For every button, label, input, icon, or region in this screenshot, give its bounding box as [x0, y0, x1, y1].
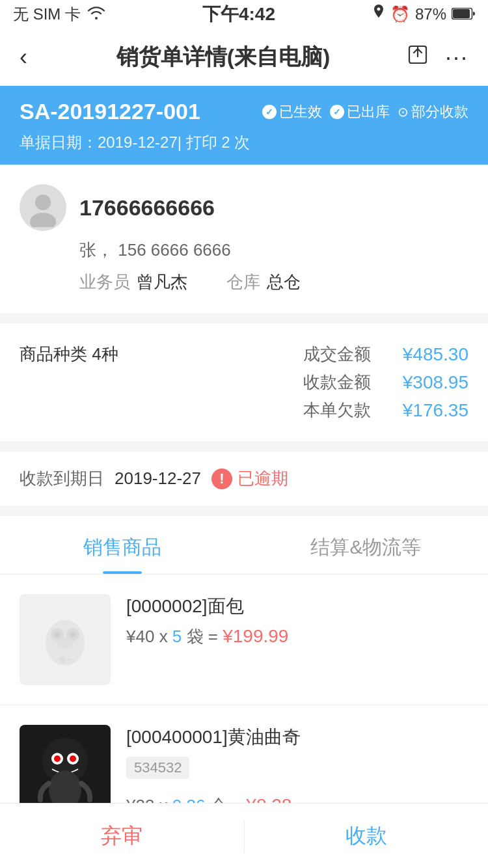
status-tag-shipped: ✓ 已出库	[330, 102, 390, 122]
product-qty-1: 5	[172, 627, 182, 646]
summary-section: 商品种类 4种 成交金额 ¥485.30 收款金额 ¥308.95 本单欠款 ¥…	[0, 323, 488, 441]
share-icon[interactable]	[406, 43, 429, 71]
product-price-1: ¥40 x 5 袋 = ¥199.99	[126, 625, 468, 648]
status-bar: 无 SIM 卡 下午4:42 ⏰ 87%	[0, 0, 488, 29]
transaction-amount-row: 成交金额 ¥485.30	[303, 343, 468, 366]
business-warehouse: 仓库 总仓	[226, 271, 301, 293]
battery-text: 87%	[415, 5, 446, 23]
cancel-button[interactable]: 弃审	[0, 809, 244, 863]
svg-text:鱼+: 鱼+	[59, 655, 71, 664]
page-title: 销货单详情(来自电脑)	[40, 42, 406, 72]
back-button[interactable]: ‹	[20, 44, 40, 71]
tabs: 销售商品 结算&物流等	[0, 516, 488, 575]
svg-point-15	[54, 755, 61, 762]
status-tags: ✓ 已生效 ✓ 已出库 ⊙ 部分收款	[211, 102, 468, 122]
customer-info: 张， 156 6666 6666	[20, 239, 468, 262]
overdue-badge: ! 已逾期	[211, 467, 288, 490]
debt-value: ¥176.35	[384, 400, 468, 421]
warehouse-value: 总仓	[267, 271, 301, 293]
business-row: 业务员 曾凡杰 仓库 总仓	[20, 271, 468, 293]
check-icon-2: ✓	[330, 105, 344, 119]
product-info-1: [0000002]面包 ¥40 x 5 袋 = ¥199.99	[126, 594, 468, 648]
customer-section: 17666666666 张， 156 6666 6666 业务员 曾凡杰 仓库 …	[0, 165, 488, 313]
product-img-1: 鱼+	[20, 594, 111, 685]
product-img-2: diamond whale	[20, 725, 111, 816]
carrier-text: 无 SIM 卡	[13, 4, 81, 25]
avatar	[20, 184, 66, 231]
sales-value: 曾凡杰	[137, 271, 187, 293]
tab-products[interactable]: 销售商品	[0, 516, 244, 574]
product-total-1: ¥199.99	[223, 626, 288, 646]
alarm-icon: ⏰	[390, 5, 410, 23]
svg-point-8	[54, 631, 61, 638]
transaction-label: 成交金额	[303, 343, 371, 366]
more-icon[interactable]: ···	[445, 44, 468, 71]
status-bar-time: 下午4:42	[202, 2, 275, 27]
location-icon	[372, 5, 385, 24]
header-banner: SA-20191227-001 ✓ 已生效 ✓ 已出库 ⊙ 部分收款 单据日期：…	[0, 86, 488, 165]
collected-value: ¥308.95	[384, 372, 468, 393]
bottom-bar: 弃审 收款	[0, 803, 488, 868]
product-types: 商品种类 4种	[20, 343, 118, 366]
svg-point-16	[70, 755, 76, 762]
summary-right: 成交金额 ¥485.30 收款金额 ¥308.95 本单欠款 ¥176.35	[303, 343, 468, 422]
product-item-1: 鱼+ [0000002]面包 ¥40 x 5 袋 = ¥199.99	[0, 575, 488, 705]
warehouse-label: 仓库	[226, 271, 260, 293]
order-date-info: 单据日期：2019-12-27| 打印 2 次	[20, 132, 468, 153]
status-tag-effective: ✓ 已生效	[262, 102, 322, 122]
svg-point-9	[70, 631, 76, 638]
clock-icon: ⊙	[398, 104, 409, 120]
customer-row: 17666666666	[20, 184, 468, 231]
overdue-text: 已逾期	[237, 467, 288, 490]
business-sales: 业务员 曾凡杰	[79, 271, 187, 293]
nav-actions: ···	[406, 43, 468, 71]
nav-bar: ‹ 销货单详情(来自电脑) ···	[0, 29, 488, 86]
collected-label: 收款金额	[303, 371, 371, 394]
product-tag-2: 534532	[126, 757, 189, 779]
status-bar-right: ⏰ 87%	[372, 5, 475, 24]
svg-point-10	[57, 638, 73, 648]
product-name-1: [0000002]面包	[126, 594, 468, 619]
collected-row: 收款金额 ¥308.95	[303, 371, 468, 394]
status-bar-left: 无 SIM 卡	[13, 4, 105, 25]
debt-row: 本单欠款 ¥176.35	[303, 399, 468, 422]
svg-rect-1	[453, 9, 470, 18]
due-date: 2019-12-27	[115, 468, 201, 489]
due-section: 收款到期日 2019-12-27 ! 已逾期	[0, 452, 488, 506]
svg-point-3	[35, 195, 51, 210]
transaction-value: ¥485.30	[384, 344, 468, 365]
check-icon-1: ✓	[262, 105, 277, 119]
overdue-icon: !	[211, 468, 232, 489]
tab-settlement[interactable]: 结算&物流等	[244, 516, 488, 574]
battery-icon	[452, 5, 475, 23]
status-tag-partial: ⊙ 部分收款	[398, 102, 468, 122]
svg-point-4	[30, 213, 56, 227]
wifi-icon	[87, 5, 105, 23]
due-label: 收款到期日	[20, 467, 104, 490]
product-name-2: [000400001]黄油曲奇	[126, 725, 468, 750]
customer-phone: 17666666666	[79, 195, 215, 221]
products-section: 鱼+ [0000002]面包 ¥40 x 5 袋 = ¥199.99	[0, 575, 488, 837]
confirm-button[interactable]: 收款	[245, 809, 489, 863]
debt-label: 本单欠款	[303, 399, 371, 422]
sales-label: 业务员	[79, 271, 130, 293]
order-id: SA-20191227-001	[20, 99, 200, 124]
summary-left: 商品种类 4种	[20, 343, 118, 368]
